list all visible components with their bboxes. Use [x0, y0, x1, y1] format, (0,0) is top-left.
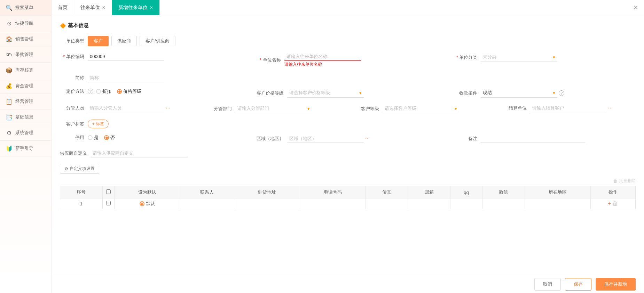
pricing-level-label: 价格等级 — [123, 88, 141, 95]
newbie-icon: 🔰 — [6, 145, 13, 152]
sidebar-item-system[interactable]: ⚙ 系统管理 — [0, 125, 51, 141]
row-actions: + 🗑 — [590, 198, 635, 209]
pricing-radio-discount[interactable]: 折扣 — [96, 88, 111, 95]
unit-category-arrow: ▾ — [553, 55, 555, 60]
customer-price-level-label: 客户价格等级 — [257, 90, 287, 96]
cancel-button[interactable]: 取消 — [534, 278, 561, 291]
col-fax: 传真 — [366, 186, 408, 198]
unit-category-group: 单位分类 未分类 ▾ — [453, 52, 636, 62]
batch-delete-button[interactable]: 🗑 批量删除 — [613, 178, 636, 184]
tags-label: 客户标签 — [60, 121, 88, 127]
supplier-custom-row: 供应商自定义 — [60, 149, 636, 157]
tab-home[interactable]: 首页 — [52, 0, 74, 15]
unit-btn-supplier[interactable]: 供应商 — [111, 36, 137, 46]
settlement-unit-input[interactable] — [530, 104, 607, 112]
row-delete-button[interactable]: 🗑 — [612, 201, 618, 206]
unit-type-label: 单位类型 — [60, 38, 88, 44]
close-all-tabs[interactable]: ✕ — [628, 4, 644, 11]
tab-new-contact-close[interactable]: ✕ — [150, 5, 153, 10]
row-add-button[interactable]: + — [608, 201, 611, 206]
sidebar-item-search[interactable]: 🔍 搜索菜单 — [0, 0, 51, 16]
sidebar-item-basic-info[interactable]: 📑 基础信息 — [0, 109, 51, 125]
remark-input[interactable] — [481, 135, 585, 143]
unit-code-input[interactable] — [88, 52, 164, 61]
region-more[interactable]: ··· — [364, 136, 371, 142]
department-label: 分管部门 — [207, 106, 235, 112]
pricing-radio-level[interactable]: 价格等级 — [117, 88, 141, 95]
remark-label: 备注 — [453, 136, 481, 142]
system-icon: ⚙ — [6, 129, 13, 136]
pricing-help-icon[interactable]: ? — [88, 89, 93, 94]
tab-contact-units-close[interactable]: ✕ — [102, 5, 105, 10]
unit-category-value: 未分类 — [483, 54, 496, 60]
custom-settings-button[interactable]: ⚙ 自定义项设置 — [60, 164, 99, 174]
sidebar-label-quick-nav: 快捷导航 — [15, 20, 33, 26]
tab-contact-units-label: 往来单位 — [80, 5, 100, 11]
unit-type-row: 单位类型 客户 供应商 客户/供应商 — [60, 36, 636, 46]
department-group: 分管部门 请输入分管部门 ▾ — [207, 104, 341, 113]
short-name-group: 简称 — [60, 74, 636, 82]
sidebar-label-system: 系统管理 — [15, 130, 33, 136]
sidebar-item-newbie[interactable]: 🔰 新手引导 — [0, 141, 51, 156]
disabled-radio-yes[interactable]: 是 — [88, 135, 99, 141]
customer-price-level-select[interactable]: 请选择客户价格等级 ▾ — [287, 88, 364, 98]
sidebar-item-finance[interactable]: 💰 资金管理 — [0, 78, 51, 94]
settlement-unit-group: 结算单位 ··· — [502, 104, 636, 112]
save-button[interactable]: 保存 — [565, 278, 591, 291]
manager-more[interactable]: ··· — [164, 105, 172, 111]
sidebar-item-inventory[interactable]: 📦 库存核算 — [0, 63, 51, 78]
add-tag-button[interactable]: + 标签 — [88, 120, 109, 128]
sidebar-item-quick-nav[interactable]: ⊙ 快捷导航 — [0, 16, 51, 31]
tab-contact-units[interactable]: 往来单位 ✕ — [74, 0, 112, 15]
disabled-radio-no[interactable]: 否 — [104, 135, 115, 141]
sidebar: 🔍 搜索菜单 ⊙ 快捷导航 🏠 销售管理 🛍 采购管理 📦 库存核算 💰 资金管… — [0, 0, 52, 293]
row-region — [525, 198, 590, 209]
select-all-checkbox[interactable] — [106, 189, 111, 194]
customer-level-label: 客户等级 — [355, 106, 383, 112]
payment-terms-group: 收款条件 现结 ▾ ? — [453, 88, 636, 98]
unit-category-select[interactable]: 未分类 ▾ — [481, 52, 557, 62]
unit-type-buttons: 客户 供应商 客户/供应商 — [88, 36, 175, 46]
payment-terms-select[interactable]: 现结 ▾ — [481, 88, 557, 98]
col-seq: 序号 — [60, 186, 103, 198]
batch-delete-icon: 🗑 — [613, 179, 618, 184]
row-default-radio[interactable]: 默认 — [118, 201, 176, 207]
customer-level-select[interactable]: 请选择客户等级 ▾ — [383, 104, 459, 113]
pricing-row: 定价方法 ? 折扣 价格等级 客户价格等级 — [60, 88, 636, 98]
unit-btn-customer[interactable]: 客户 — [88, 36, 109, 46]
col-email: 邮箱 — [408, 186, 450, 198]
manager-input[interactable] — [88, 104, 164, 112]
row-checkbox — [102, 198, 114, 209]
unit-category-label: 单位分类 — [453, 54, 481, 60]
col-address: 到货地址 — [234, 186, 300, 198]
pricing-discount-label: 折扣 — [102, 88, 111, 95]
section-icon: 🔶 — [60, 23, 66, 29]
supplier-custom-input[interactable] — [91, 149, 188, 157]
disabled-yes-circle — [88, 135, 93, 140]
row-default: 默认 — [114, 198, 180, 209]
table-row: 1 默认 — [60, 198, 636, 209]
customer-price-level-placeholder: 请选择客户价格等级 — [289, 90, 330, 96]
department-select[interactable]: 请输入分管部门 ▾ — [235, 104, 312, 113]
sidebar-item-operation[interactable]: 📋 经营管理 — [0, 94, 51, 109]
footer: 取消 保存 保存并新增 — [52, 275, 644, 293]
tab-new-contact[interactable]: 新增往来单位 ✕ — [112, 0, 160, 15]
payment-terms-help-icon[interactable]: ? — [559, 90, 564, 96]
short-name-input[interactable] — [88, 74, 164, 82]
unit-btn-both[interactable]: 客户/供应商 — [140, 36, 175, 46]
disabled-radio-group: 是 否 — [88, 135, 115, 141]
sidebar-label-purchase: 采购管理 — [15, 51, 33, 58]
supplier-custom-group: 供应商自定义 — [60, 149, 636, 157]
section-title-text: 基本信息 — [68, 22, 89, 29]
save-new-button[interactable]: 保存并新增 — [596, 278, 636, 291]
disabled-row: 停用 是 否 区域（地区） ··· — [60, 135, 636, 143]
unit-name-input[interactable] — [284, 52, 361, 61]
payment-terms-label: 收款条件 — [453, 90, 481, 96]
sidebar-item-purchase[interactable]: 🛍 采购管理 — [0, 47, 51, 63]
settlement-unit-more[interactable]: ··· — [607, 105, 614, 111]
sidebar-label-inventory: 库存核算 — [15, 67, 33, 73]
sidebar-item-sales[interactable]: 🏠 销售管理 — [0, 31, 51, 47]
row-checkbox-1[interactable] — [106, 201, 111, 205]
region-input[interactable] — [287, 135, 364, 143]
settings-icon: ⚙ — [64, 166, 68, 171]
